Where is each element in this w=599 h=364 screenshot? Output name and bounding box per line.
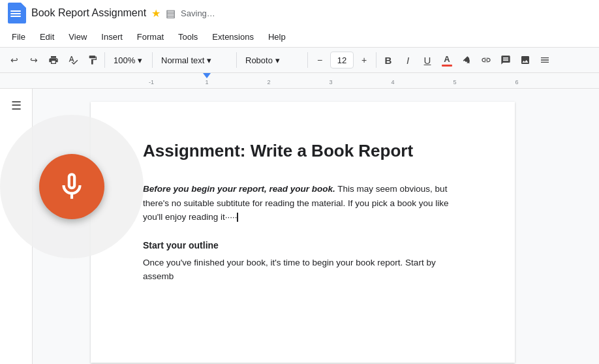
insert-image-button[interactable] xyxy=(516,51,534,69)
menu-format[interactable]: Format xyxy=(131,29,170,44)
section1-body: Once you've finished your book, it's tim… xyxy=(143,256,463,284)
zoom-select[interactable]: 100% ▾ xyxy=(108,51,149,69)
saving-status: Saving… xyxy=(181,8,215,18)
doc-icon xyxy=(8,3,26,23)
mic-icon xyxy=(55,170,88,203)
menu-tools[interactable]: Tools xyxy=(172,29,204,44)
menu-help[interactable]: Help xyxy=(262,29,292,44)
ruler-mark-2: 2 xyxy=(267,79,270,85)
font-size-input[interactable] xyxy=(330,52,354,68)
undo-button[interactable]: ↩ xyxy=(5,51,23,69)
menu-file[interactable]: File xyxy=(5,29,32,44)
divider-4 xyxy=(307,52,308,68)
italic-button[interactable]: I xyxy=(399,51,417,69)
menu-insert[interactable]: Insert xyxy=(95,29,129,44)
ruler-mark-1: 1 xyxy=(205,79,208,85)
menu-edit[interactable]: Edit xyxy=(33,29,61,44)
document-area[interactable]: Assignment: Write a Book Report Before y… xyxy=(33,89,579,364)
ruler-mark-5: 5 xyxy=(453,79,456,85)
voice-mic-button[interactable] xyxy=(39,154,104,219)
ruler-mark-3: 3 xyxy=(329,79,332,85)
underline-button[interactable]: U xyxy=(418,51,437,69)
section1-title: Start your outline xyxy=(143,240,463,250)
spellcheck-button[interactable] xyxy=(64,51,82,69)
font-size-minus-button[interactable]: − xyxy=(311,51,329,69)
divider-1 xyxy=(104,52,105,68)
more-options-button[interactable] xyxy=(536,51,554,69)
bold-italic-text: Before you begin your report, read your … xyxy=(143,184,335,194)
font-select[interactable]: Roboto ▾ xyxy=(239,51,305,69)
menu-bar: File Edit View Insert Format Tools Exten… xyxy=(0,26,599,47)
redo-button[interactable]: ↪ xyxy=(25,51,43,69)
main-area: ☰ Assignment: Write a Book Report Before… xyxy=(0,89,599,364)
highlight-button[interactable] xyxy=(457,51,476,69)
ruler-mark-6: 6 xyxy=(515,79,518,85)
document-title: Book Report Assignment xyxy=(31,7,146,19)
outline-toggle[interactable]: ☰ xyxy=(7,97,25,115)
print-button[interactable] xyxy=(44,51,63,69)
divider-3 xyxy=(236,52,237,68)
insert-comment-button[interactable] xyxy=(497,51,515,69)
toolbar: ↩ ↪ 100% ▾ Normal text ▾ Roboto ▾ − + B … xyxy=(0,47,599,73)
text-color-button[interactable]: A xyxy=(438,51,456,69)
document-page: Assignment: Write a Book Report Before y… xyxy=(91,102,515,363)
font-size-plus-button[interactable]: + xyxy=(355,51,373,69)
menu-extensions[interactable]: Extensions xyxy=(206,29,260,44)
star-icon[interactable]: ★ xyxy=(151,7,161,20)
sidebar: ☰ xyxy=(0,89,33,364)
paint-format-button[interactable] xyxy=(84,51,102,69)
ruler-mark-4: 4 xyxy=(391,79,394,85)
divider-5 xyxy=(376,52,376,68)
paragraph-1: Before you begin your report, read your … xyxy=(143,182,463,224)
title-bar: Book Report Assignment ★ ▤ Saving… xyxy=(0,0,599,26)
style-select[interactable]: Normal text ▾ xyxy=(155,51,234,69)
document-heading: Assignment: Write a Book Report xyxy=(143,141,463,161)
text-cursor xyxy=(237,213,238,222)
right-panel xyxy=(579,89,599,364)
menu-view[interactable]: View xyxy=(62,29,93,44)
bold-button[interactable]: B xyxy=(379,51,397,69)
drive-icon[interactable]: ▤ xyxy=(166,7,176,20)
ruler: -1 1 2 3 4 5 6 xyxy=(0,73,599,89)
ruler-mark-neg1: -1 xyxy=(149,79,154,85)
link-button[interactable] xyxy=(477,51,495,69)
divider-2 xyxy=(152,52,153,68)
font-size-controls: − + xyxy=(311,51,373,69)
ruler-cursor xyxy=(203,73,211,78)
